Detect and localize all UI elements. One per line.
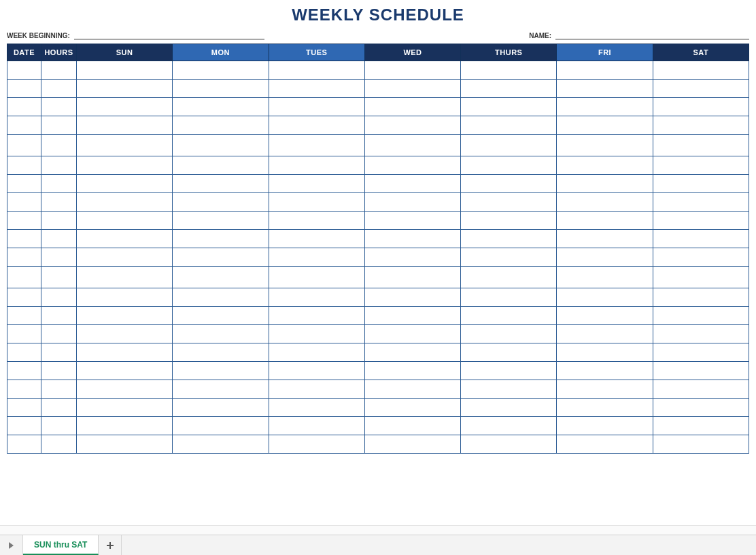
cell[interactable] — [364, 193, 460, 212]
cell[interactable] — [173, 135, 269, 156]
cell[interactable] — [557, 288, 653, 307]
cell[interactable] — [364, 288, 460, 307]
cell[interactable] — [557, 212, 653, 230]
cell[interactable] — [653, 98, 749, 116]
cell[interactable] — [653, 230, 749, 248]
cell[interactable] — [557, 435, 653, 454]
cell[interactable] — [269, 435, 364, 454]
cell[interactable] — [557, 230, 653, 248]
cell[interactable] — [653, 80, 749, 98]
cell[interactable] — [269, 417, 364, 435]
cell[interactable] — [557, 267, 653, 288]
cell[interactable] — [269, 362, 364, 380]
cell[interactable] — [77, 230, 173, 248]
cell[interactable] — [653, 343, 749, 362]
cell[interactable] — [41, 116, 77, 135]
cell[interactable] — [461, 135, 557, 156]
cell[interactable] — [653, 380, 749, 399]
cell[interactable] — [653, 399, 749, 417]
cell[interactable] — [77, 193, 173, 212]
cell[interactable] — [7, 267, 41, 288]
cell[interactable] — [461, 230, 557, 248]
cell[interactable] — [7, 61, 41, 80]
cell[interactable] — [77, 80, 173, 98]
cell[interactable] — [364, 307, 460, 325]
cell[interactable] — [41, 135, 77, 156]
cell[interactable] — [557, 362, 653, 380]
cell[interactable] — [653, 175, 749, 193]
cell[interactable] — [653, 267, 749, 288]
cell[interactable] — [41, 380, 77, 399]
cell[interactable] — [41, 435, 77, 454]
cell[interactable] — [557, 417, 653, 435]
cell[interactable] — [77, 212, 173, 230]
cell[interactable] — [77, 435, 173, 454]
cell[interactable] — [269, 61, 364, 80]
cell[interactable] — [653, 307, 749, 325]
cell[interactable] — [269, 230, 364, 248]
cell[interactable] — [461, 380, 557, 399]
cell[interactable] — [461, 98, 557, 116]
cell[interactable] — [461, 417, 557, 435]
cell[interactable] — [173, 325, 269, 343]
cell[interactable] — [269, 288, 364, 307]
cell[interactable] — [269, 325, 364, 343]
cell[interactable] — [41, 362, 77, 380]
name-input[interactable] — [555, 31, 749, 39]
cell[interactable] — [7, 343, 41, 362]
cell[interactable] — [461, 156, 557, 175]
cell[interactable] — [7, 230, 41, 248]
cell[interactable] — [557, 343, 653, 362]
cell[interactable] — [364, 135, 460, 156]
cell[interactable] — [364, 380, 460, 399]
cell[interactable] — [7, 417, 41, 435]
cell[interactable] — [173, 193, 269, 212]
cell[interactable] — [77, 343, 173, 362]
cell[interactable] — [364, 230, 460, 248]
cell[interactable] — [364, 399, 460, 417]
cell[interactable] — [461, 435, 557, 454]
cell[interactable] — [41, 61, 77, 80]
cell[interactable] — [269, 267, 364, 288]
cell[interactable] — [557, 307, 653, 325]
cell[interactable] — [41, 98, 77, 116]
cell[interactable] — [77, 61, 173, 80]
cell[interactable] — [461, 307, 557, 325]
cell[interactable] — [7, 435, 41, 454]
cell[interactable] — [364, 80, 460, 98]
cell[interactable] — [557, 325, 653, 343]
cell[interactable] — [269, 343, 364, 362]
cell[interactable] — [461, 343, 557, 362]
cell[interactable] — [173, 362, 269, 380]
cell[interactable] — [7, 362, 41, 380]
cell[interactable] — [7, 399, 41, 417]
cell[interactable] — [269, 193, 364, 212]
cell[interactable] — [269, 212, 364, 230]
cell[interactable] — [77, 399, 173, 417]
cell[interactable] — [269, 98, 364, 116]
cell[interactable] — [557, 80, 653, 98]
cell[interactable] — [557, 399, 653, 417]
cell[interactable] — [653, 193, 749, 212]
cell[interactable] — [7, 288, 41, 307]
cell[interactable] — [7, 156, 41, 175]
cell[interactable] — [41, 399, 77, 417]
cell[interactable] — [461, 212, 557, 230]
cell[interactable] — [557, 175, 653, 193]
cell[interactable] — [41, 307, 77, 325]
cell[interactable] — [653, 135, 749, 156]
cell[interactable] — [364, 267, 460, 288]
cell[interactable] — [41, 193, 77, 212]
cell[interactable] — [269, 380, 364, 399]
week-beginning-input[interactable] — [74, 31, 264, 39]
cell[interactable] — [461, 80, 557, 98]
cell[interactable] — [41, 212, 77, 230]
cell[interactable] — [77, 325, 173, 343]
cell[interactable] — [7, 98, 41, 116]
cell[interactable] — [269, 248, 364, 267]
cell[interactable] — [364, 248, 460, 267]
cell[interactable] — [7, 248, 41, 267]
cell[interactable] — [461, 288, 557, 307]
cell[interactable] — [173, 417, 269, 435]
cell[interactable] — [7, 325, 41, 343]
